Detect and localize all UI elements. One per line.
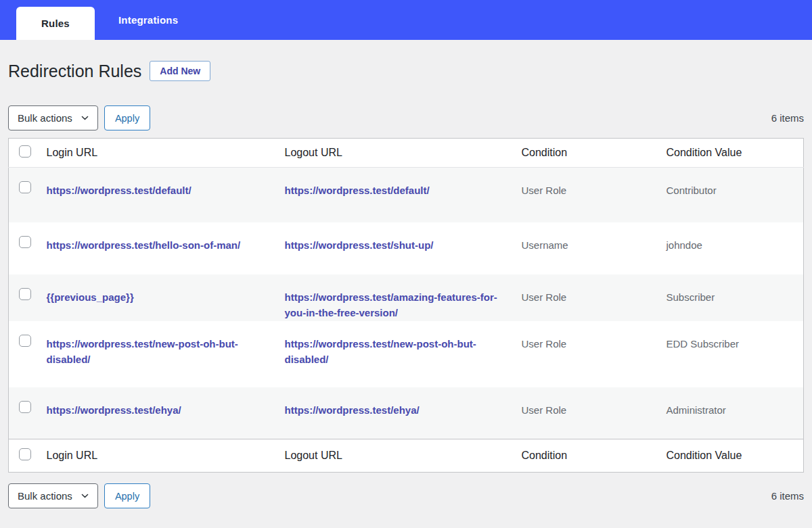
apply-button-bottom[interactable]: Apply [104, 483, 150, 508]
logout-url-link[interactable]: https://wordpress.test/default/ [285, 185, 430, 196]
chevron-down-icon [81, 114, 89, 122]
logout-url-link[interactable]: https://wordpress.test/ehya/ [285, 404, 420, 416]
bulk-actions-label: Bulk actions [18, 112, 72, 124]
condition-text: User Role [522, 404, 567, 416]
tab-integrations-label: Integrations [118, 14, 178, 26]
tab-integrations[interactable]: Integrations [95, 0, 202, 40]
login-url-link[interactable]: https://wordpress.test/new-post-oh-but-d… [47, 338, 238, 365]
select-all-checkbox-bottom[interactable] [19, 448, 31, 460]
apply-button[interactable]: Apply [104, 105, 150, 130]
toolbar-bottom: Bulk actions Apply 6 items [8, 483, 804, 508]
col-header-login-url: Login URL [47, 139, 285, 168]
select-all-checkbox[interactable] [19, 145, 31, 158]
condition-value-text: EDD Subscriber [667, 338, 740, 350]
logout-url-link[interactable]: https://wordpress.test/new-post-oh-but-d… [285, 338, 476, 365]
bulk-actions-label: Bulk actions [18, 490, 72, 502]
condition-value-text: Administrator [667, 404, 726, 416]
page-content: Redirection Rules Add New Bulk actions A… [0, 61, 812, 508]
row-checkbox[interactable] [19, 288, 31, 300]
table-row: https://wordpress.test/ehya/ https://wor… [9, 387, 804, 439]
table-header-row: Login URL Logout URL Condition Condition… [9, 139, 804, 168]
col-footer-logout-url: Logout URL [285, 439, 522, 473]
login-url-link[interactable]: https://wordpress.test/default/ [47, 185, 191, 196]
tab-rules-label: Rules [41, 18, 70, 29]
heading-row: Redirection Rules Add New [8, 61, 804, 81]
condition-text: Username [522, 239, 568, 251]
tab-rules[interactable]: Rules [16, 7, 95, 40]
table-row: https://wordpress.test/default/ https://… [9, 168, 804, 223]
tab-bar: Rules Integrations [0, 0, 812, 40]
add-new-button[interactable]: Add New [150, 61, 210, 81]
rules-table: Login URL Logout URL Condition Condition… [8, 138, 804, 473]
col-footer-condition: Condition [522, 439, 667, 473]
col-footer-login-url: Login URL [47, 439, 285, 473]
logout-url-link[interactable]: https://wordpress.test/amazing-features-… [285, 291, 497, 318]
login-url-link[interactable]: {{previous_page}} [47, 291, 134, 303]
chevron-down-icon [81, 491, 89, 500]
condition-text: User Role [522, 185, 567, 196]
col-header-logout-url: Logout URL [285, 139, 522, 168]
table-footer: Login URL Logout URL Condition Condition… [9, 439, 804, 473]
col-header-condition: Condition [522, 139, 667, 168]
logout-url-link[interactable]: https://wordpress.test/shut-up/ [285, 239, 434, 251]
items-count-bottom: 6 items [771, 490, 804, 502]
table-row: https://wordpress.test/new-post-oh-but-d… [9, 321, 804, 387]
col-footer-condition-value: Condition Value [667, 439, 804, 473]
login-url-link[interactable]: https://wordpress.test/ehya/ [47, 404, 181, 416]
table-footer-row: Login URL Logout URL Condition Condition… [9, 439, 804, 473]
col-header-condition-value: Condition Value [667, 139, 804, 168]
items-count: 6 items [771, 112, 804, 124]
page-title: Redirection Rules [8, 61, 141, 81]
condition-text: User Role [522, 291, 567, 303]
condition-value-text: johndoe [667, 239, 702, 251]
row-checkbox[interactable] [19, 181, 31, 193]
row-checkbox[interactable] [19, 401, 31, 413]
login-url-link[interactable]: https://wordpress.test/hello-son-of-man/ [47, 239, 241, 251]
table-row: {{previous_page}} https://wordpress.test… [9, 274, 804, 321]
bulk-actions-select-bottom[interactable]: Bulk actions [8, 483, 98, 508]
toolbar-top: Bulk actions Apply 6 items [8, 105, 804, 130]
condition-text: User Role [522, 338, 567, 350]
condition-value-text: Subscriber [667, 291, 715, 303]
row-checkbox[interactable] [19, 335, 31, 347]
bulk-actions-select[interactable]: Bulk actions [8, 105, 98, 130]
table-header: Login URL Logout URL Condition Condition… [9, 139, 804, 168]
condition-value-text: Contributor [667, 185, 717, 196]
table-row: https://wordpress.test/hello-son-of-man/… [9, 222, 804, 274]
row-checkbox[interactable] [19, 236, 31, 248]
table-body: https://wordpress.test/default/ https://… [9, 168, 804, 439]
